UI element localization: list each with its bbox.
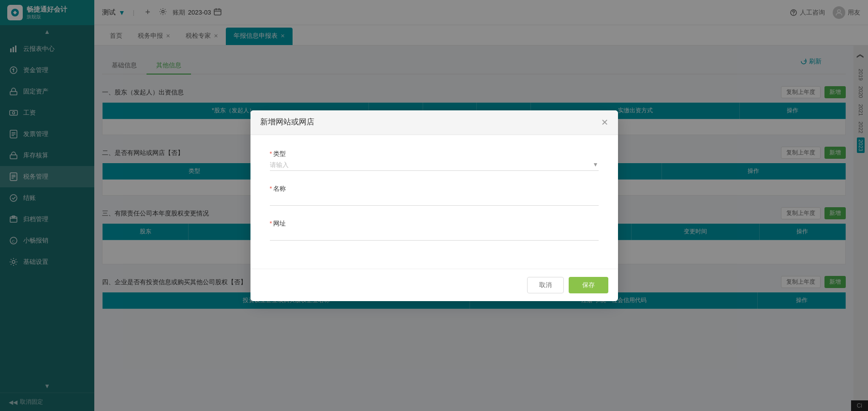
form-row-name: * 名称 [270, 184, 599, 206]
dialog-footer: 取消 保存 [250, 269, 618, 301]
required-star-url: * [270, 220, 272, 227]
required-star-name: * [270, 185, 272, 192]
dropdown-icon[interactable]: ▼ [593, 161, 599, 168]
label-text-type: 类型 [273, 150, 286, 158]
name-input[interactable] [270, 196, 599, 203]
dialog-title: 新增网站或网店 [260, 117, 314, 127]
cancel-button[interactable]: 取消 [527, 277, 564, 293]
form-input-wrapper-type: ▼ [270, 161, 599, 171]
label-text-name: 名称 [273, 184, 286, 193]
type-input[interactable] [270, 161, 593, 168]
form-label-type: * 类型 [270, 150, 599, 158]
save-button[interactable]: 保存 [569, 277, 608, 293]
required-star-type: * [270, 150, 272, 157]
form-label-url: * 网址 [270, 219, 599, 228]
form-input-wrapper-name [270, 196, 599, 206]
url-input[interactable] [270, 231, 599, 238]
dialog-body: * 类型 ▼ * 名称 * [250, 135, 618, 269]
dialog-close-button[interactable]: ✕ [601, 117, 608, 128]
label-text-url: 网址 [273, 219, 286, 228]
form-input-wrapper-url [270, 231, 599, 241]
form-label-name: * 名称 [270, 184, 599, 193]
modal-overlay[interactable]: 新增网站或网店 ✕ * 类型 ▼ * 名称 [0, 0, 868, 411]
form-row-type: * 类型 ▼ [270, 150, 599, 171]
dialog-header: 新增网站或网店 ✕ [250, 110, 618, 135]
dialog-add-website: 新增网站或网店 ✕ * 类型 ▼ * 名称 [250, 110, 618, 301]
form-row-url: * 网址 [270, 219, 599, 241]
